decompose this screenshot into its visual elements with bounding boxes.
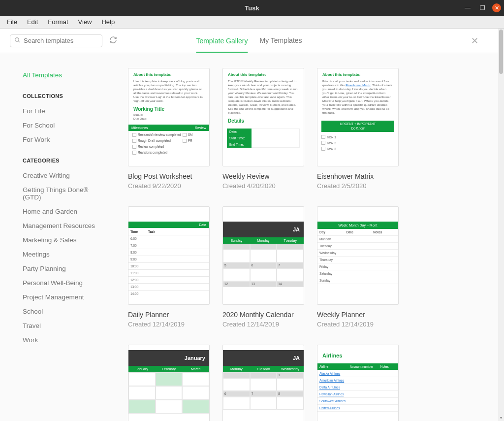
tab-my-templates[interactable]: My Templates [259,36,302,45]
sidebar-all-templates[interactable]: All Templates [23,68,108,82]
thumb-blog-desc: Use this template to keep track of blog … [133,79,204,103]
template-eisenhower[interactable]: About this template: Prioritize all your… [317,68,399,190]
sidebar-item-wellbeing[interactable]: Personal Well-Being [23,276,108,290]
sidebar-item-travel[interactable]: Travel [23,319,108,333]
template-yearly-calendar[interactable]: January JanuaryFebruaryMarch [128,345,210,421]
menu-help[interactable]: Help [97,17,119,27]
sidebar-item-for-school[interactable]: For School [23,118,108,132]
template-blog-post[interactable]: About this template: Use this template t… [128,68,210,190]
search-box[interactable] [10,34,102,47]
sidebar-item-creative-writing[interactable]: Creative Writing [23,168,108,183]
scrollbar-thumb[interactable] [499,30,503,74]
content-area: Template Gallery My Templates ✕ All Temp… [0,29,504,421]
svg-line-1 [18,41,20,42]
refresh-icon[interactable] [109,36,117,45]
tab-template-gallery[interactable]: Template Gallery [196,29,248,53]
search-input[interactable] [24,37,98,44]
template-weekly-review[interactable]: About this template: The GTD® Weekly Rev… [222,68,304,190]
sidebar-item-home-garden[interactable]: Home and Garden [23,204,108,219]
body: All Templates COLLECTIONS For Life For S… [0,53,498,421]
scrollbar[interactable]: ▾ [498,29,504,421]
menu-edit[interactable]: Edit [23,17,42,27]
sidebar-item-marketing[interactable]: Marketing & Sales [23,233,108,247]
sidebar-item-for-life[interactable]: For Life [23,104,108,118]
menu-view[interactable]: View [74,17,96,27]
search-icon [14,37,21,45]
template-airlines[interactable]: Airlines AirlineAccount numberNotes Alas… [317,345,399,421]
menu-file[interactable]: File [3,17,21,27]
close-gallery-button[interactable]: ✕ [471,35,478,46]
sidebar-collections-header: COLLECTIONS [23,93,108,99]
template-daily-planner[interactable]: Date TimeTask 6:00 7:00 8:00 9:00 10:00 … [128,206,210,328]
template-monthly-calendar[interactable]: JA SundayMondayTuesday 567 121314 2020 M… [222,206,304,328]
sidebar-item-school[interactable]: School [23,304,108,319]
menu-format[interactable]: Format [44,17,72,27]
thumb-working-title: Working Title [133,106,204,113]
sidebar-item-meetings[interactable]: Meetings [23,247,108,261]
window-controls: — ❐ ✕ [463,3,501,13]
titlebar: Tusk — ❐ ✕ [0,0,504,16]
sidebar-categories-header: CATEGORIES [23,158,108,163]
sidebar-item-gtd[interactable]: Getting Things Done® (GTD) [23,183,108,204]
menubar: File Edit Format View Help [0,16,504,29]
close-button[interactable]: ✕ [492,3,501,12]
template-weekly-planner[interactable]: Week: Month Day – Mont DayDateNotes Mond… [317,206,399,328]
maximize-button[interactable]: ❐ [477,3,487,13]
topbar: Template Gallery My Templates ✕ [0,29,498,53]
template-monthly-2[interactable]: JA MondayTuesdayWednesday 1 678 [222,345,304,421]
minimize-button[interactable]: — [463,3,472,13]
sidebar-item-work[interactable]: Work [23,333,108,347]
window-title: Tusk [245,4,259,12]
sidebar-item-project-mgmt[interactable]: Project Management [23,290,108,304]
svg-point-0 [15,37,19,41]
template-meta: Created 9/22/2020 [128,182,210,190]
sidebar-item-for-work[interactable]: For Work [23,132,108,147]
sidebar-item-party[interactable]: Party Planning [23,261,108,276]
template-title: Blog Post Worksheet [128,172,210,180]
sidebar-item-management[interactable]: Management Resources [23,219,108,233]
template-grid: About this template: Use this template t… [118,53,498,421]
tabs: Template Gallery My Templates [196,29,302,53]
scrollbar-down-icon[interactable]: ▾ [498,416,504,420]
sidebar: All Templates COLLECTIONS For Life For S… [0,53,118,421]
thumb-about-label: About this template: [133,72,204,78]
